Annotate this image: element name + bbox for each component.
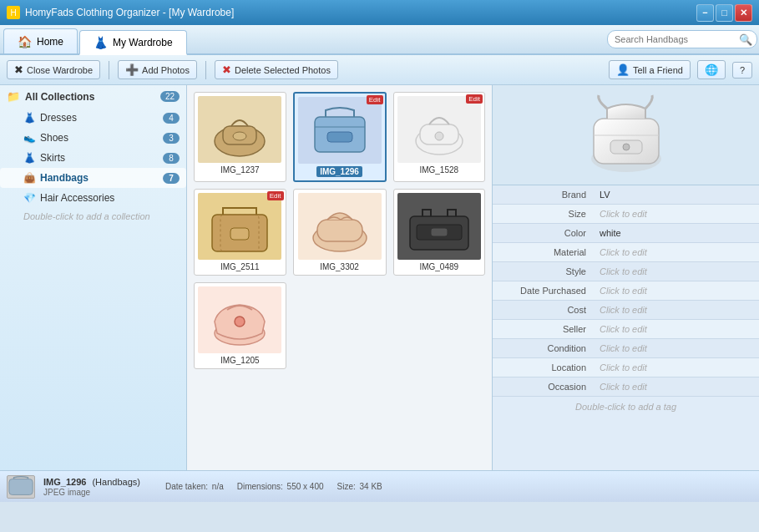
detail-row-brand: Brand LV [493, 185, 759, 205]
add-photos-button[interactable]: ➕ Add Photos [118, 60, 197, 79]
add-photos-icon: ➕ [125, 63, 139, 76]
detail-label-occasion: Occasion [493, 377, 593, 396]
photo-thumb-IMG_3302 [298, 193, 382, 260]
status-date: Date taken: n/a [165, 482, 224, 491]
main-area: 📁 All Collections 22 👗 Dresses 4 👟 Shoes… [0, 85, 759, 470]
add-photos-label: Add Photos [142, 65, 190, 75]
wardrobe-icon: 👗 [94, 36, 108, 49]
detail-value-style[interactable]: Click to edit [593, 262, 759, 281]
item-details: Brand LV Size Click to edit Color white … [493, 185, 759, 470]
tab-home[interactable]: 🏠 Home [3, 28, 78, 53]
photo-item-IMG_1296[interactable]: Edit IMG_1296 [293, 92, 387, 182]
titlebar: H HomyFads Clothing Organizer - [My Ward… [0, 0, 759, 25]
photo-label-IMG_1237: IMG_1237 [220, 165, 260, 175]
detail-value-cost[interactable]: Click to edit [593, 301, 759, 319]
photo-item-IMG_1528[interactable]: Edit IMG_1528 [393, 92, 486, 182]
help-label: ? [740, 65, 745, 75]
restore-button[interactable]: □ [716, 4, 733, 22]
home-icon: 🏠 [18, 35, 32, 48]
detail-value-occasion[interactable]: Click to edit [593, 377, 759, 396]
add-collection-hint: Double-click to add a collection [0, 208, 186, 225]
detail-label-date-purchased: Date Purchased [493, 281, 593, 300]
add-tag-hint[interactable]: Double-click to add a tag [493, 397, 759, 417]
sidebar-item-skirts[interactable]: 👗 Skirts 8 [0, 148, 186, 168]
sidebar-item-shoes[interactable]: 👟 Shoes 3 [0, 128, 186, 148]
photo-item-IMG_2511[interactable]: Edit IMG_2511 [194, 189, 286, 276]
detail-label-brand: Brand [493, 185, 593, 204]
right-panel: Brand LV Size Click to edit Color white … [492, 85, 759, 470]
dresses-badge: 4 [163, 113, 180, 124]
hair-accessories-label: Hair Accessories [40, 192, 114, 204]
titlebar-controls: − □ ✕ [696, 4, 752, 22]
detail-value-size[interactable]: Click to edit [593, 205, 759, 223]
photo-thumb-IMG_2511 [198, 193, 281, 260]
sidebar-item-dresses[interactable]: 👗 Dresses 4 [0, 108, 186, 128]
close-button[interactable]: ✕ [735, 4, 752, 22]
search-icon[interactable]: 🔍 [739, 33, 752, 46]
detail-label-size: Size [493, 205, 593, 223]
delete-selected-label: Delete Selected Photos [235, 65, 331, 75]
handbags-badge: 7 [163, 173, 180, 184]
svg-rect-13 [317, 220, 362, 241]
close-wardrobe-icon: ✖ [14, 63, 23, 76]
handbags-icon: 👜 [23, 172, 36, 184]
detail-value-material[interactable]: Click to edit [593, 243, 759, 261]
close-wardrobe-button[interactable]: ✖ Close Wardrobe [7, 60, 100, 79]
detail-row-location: Location Click to edit [493, 358, 759, 377]
sidebar-item-handbags[interactable]: 👜 Handbags 7 [0, 168, 186, 188]
detail-row-occasion: Occasion Click to edit [493, 377, 759, 397]
dresses-label: Dresses [40, 112, 77, 124]
tab-wardrobe[interactable]: 👗 My Wardrobe [79, 30, 187, 55]
detail-label-color: Color [493, 224, 593, 242]
toolbar-separator-2 [205, 61, 206, 79]
detail-row-cost: Cost Click to edit [493, 301, 759, 320]
detail-value-seller[interactable]: Click to edit [593, 320, 759, 338]
statusbar: IMG_1296 (Handbags) JPEG image Date take… [0, 470, 759, 502]
detail-value-color[interactable]: white [593, 224, 759, 242]
skirts-badge: 8 [163, 153, 180, 164]
detail-row-material: Material Click to edit [493, 243, 759, 262]
help-button[interactable]: ? [732, 62, 752, 79]
photo-label-IMG_1296: IMG_1296 [316, 166, 362, 177]
photo-thumb-IMG_1237 [198, 96, 281, 163]
tell-friend-button[interactable]: 👤 Tell a Friend [609, 60, 691, 79]
svg-rect-4 [327, 132, 352, 142]
detail-label-seller: Seller [493, 320, 593, 338]
all-collections-header[interactable]: 📁 All Collections 22 [0, 85, 186, 108]
delete-selected-button[interactable]: ✖ Delete Selected Photos [215, 60, 338, 79]
minimize-button[interactable]: − [696, 4, 714, 22]
photo-thumb-IMG_0489 [397, 193, 481, 260]
photo-item-IMG_0489[interactable]: IMG_0489 [393, 189, 486, 276]
photo-label-IMG_0489: IMG_0489 [419, 262, 458, 271]
search-input[interactable] [607, 30, 757, 48]
detail-row-style: Style Click to edit [493, 262, 759, 281]
detail-label-condition: Condition [493, 339, 593, 357]
detail-row-condition: Condition Click to edit [493, 339, 759, 358]
detail-value-date-purchased[interactable]: Click to edit [593, 281, 759, 300]
detail-label-cost: Cost [493, 301, 593, 319]
svg-rect-11 [230, 228, 249, 240]
photo-item-IMG_3302[interactable]: IMG_3302 [293, 189, 387, 276]
tell-friend-label: Tell a Friend [633, 65, 683, 75]
detail-value-location[interactable]: Click to edit [593, 358, 759, 377]
svg-point-8 [435, 132, 443, 140]
detail-value-condition[interactable]: Click to edit [593, 339, 759, 357]
status-filename: IMG_1296 (Handbags) [43, 477, 140, 487]
status-size: Size: 34 KB [337, 482, 382, 491]
titlebar-left: H HomyFads Clothing Organizer - [My Ward… [7, 6, 234, 19]
detail-value-brand[interactable]: LV [593, 185, 759, 204]
svg-point-2 [233, 132, 246, 140]
photo-item-IMG_1205[interactable]: IMG_1205 [194, 282, 286, 369]
preview-image [580, 94, 672, 177]
photo-label-IMG_1528: IMG_1528 [419, 165, 458, 175]
globe-button[interactable]: 🌐 [697, 60, 726, 79]
tab-wardrobe-label: My Wardrobe [113, 37, 173, 48]
sidebar-item-hair-accessories[interactable]: 💎 Hair Accessories [0, 188, 186, 208]
detail-row-date-purchased: Date Purchased Click to edit [493, 281, 759, 301]
shoes-icon: 👟 [23, 132, 36, 144]
detail-row-size: Size Click to edit [493, 205, 759, 224]
shoes-badge: 3 [163, 133, 180, 144]
svg-rect-24 [9, 479, 33, 494]
tab-home-label: Home [37, 36, 63, 48]
photo-item-IMG_1237[interactable]: IMG_1237 [194, 92, 286, 182]
